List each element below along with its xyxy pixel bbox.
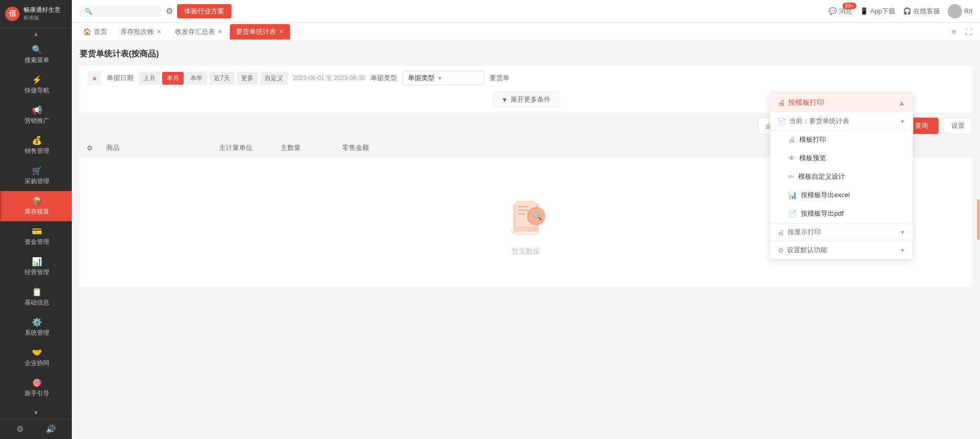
expand-icon: ▼ xyxy=(501,96,508,104)
doc-type-placeholder: 单据类型 xyxy=(408,73,435,83)
col-product: 商品 xyxy=(100,143,213,152)
dropdown-title: 按模板打印 xyxy=(788,98,824,107)
app-download-btn[interactable]: 📱 App下载 xyxy=(860,7,895,16)
filter-expand-icon[interactable]: » xyxy=(87,71,102,85)
date-filter-label: 单据日期 xyxy=(107,73,133,83)
dropdown-set-default[interactable]: ⚙ 设置默认功能 ▼ xyxy=(770,241,913,259)
sidebar-item-system[interactable]: ⚙️ 系统管理 xyxy=(0,312,72,342)
sidebar-item-label: 采购管理 xyxy=(25,177,49,186)
tab-receipt-summary-close[interactable]: ✕ xyxy=(218,28,223,35)
messages-badge: 99+ xyxy=(842,3,856,9)
sidebar-item-guide[interactable]: 🎯 新手引导 xyxy=(0,373,72,403)
dropdown-export-excel[interactable]: 📊 按模板导出excel xyxy=(770,186,913,204)
sidebar-logo: 佰 畅康通好生意 标准版 xyxy=(0,0,72,28)
svg-rect-8 xyxy=(518,213,526,215)
sidebar-item-finance[interactable]: 💳 资金管理 xyxy=(0,221,72,252)
tab-receipt-summary[interactable]: 收发存汇总表 ✕ xyxy=(169,24,229,40)
col-qty: 主数量 xyxy=(275,143,336,152)
date-btn-custom[interactable]: 自定义 xyxy=(260,72,288,85)
template-design-icon: ✏ xyxy=(788,173,794,181)
service-icon: 🎧 xyxy=(903,7,911,15)
tab-order-stats[interactable]: 要货单统计表 ✕ xyxy=(230,24,290,40)
settings-bottom-icon[interactable]: ⚙ xyxy=(16,424,24,434)
export-pdf-label: 按模板导出pdf xyxy=(801,209,844,218)
tab-home-label: 首页 xyxy=(94,27,107,36)
logo-icon: 佰 xyxy=(5,7,19,21)
set-default-label: 设置默认功能 xyxy=(787,245,827,255)
marketing-icon: 📢 xyxy=(32,105,42,115)
dropdown-header[interactable]: 🖨 按模板打印 ▲ xyxy=(770,93,913,112)
sidebar-item-label: 营销推广 xyxy=(25,117,49,125)
dropdown-display-print[interactable]: 🖨 按显示打印 ▼ xyxy=(770,223,913,241)
vertical-scrollbar[interactable] xyxy=(977,199,980,240)
date-btn-last-month[interactable]: 上月 xyxy=(139,72,160,85)
online-service-btn[interactable]: 🎧 在线客服 xyxy=(903,7,940,16)
dropdown-export-pdf[interactable]: 📄 按模板导出pdf xyxy=(770,204,913,223)
tab-inventory-batch-close[interactable]: ✕ xyxy=(156,28,162,35)
scroll-up-arrow[interactable]: ▲ xyxy=(0,28,72,40)
export-excel-label: 按模板导出excel xyxy=(801,190,850,200)
sidebar-item-collab[interactable]: 🤝 企业协同 xyxy=(0,342,72,373)
export-excel-icon: 📊 xyxy=(788,191,797,199)
audio-bottom-icon[interactable]: 🔊 xyxy=(46,424,56,434)
page-content: 要货单统计表(按商品) » 单据日期 上月 本月 本年 近7天 更多 自定义 2… xyxy=(72,41,980,439)
sidebar-item-apps[interactable]: 📱 应用中心 xyxy=(0,403,72,407)
sidebar-item-sales[interactable]: 💰 销售管理 xyxy=(0,130,72,161)
dropdown-template-preview[interactable]: 👁 模板预览 xyxy=(770,149,913,167)
settings-btn[interactable]: 设置 xyxy=(944,118,972,134)
tab-order-stats-close[interactable]: ✕ xyxy=(279,28,284,35)
app-version: 标准版 xyxy=(24,14,61,22)
sidebar-item-marketing[interactable]: 📢 营销推广 xyxy=(0,100,72,130)
sidebar-item-purchase[interactable]: 🛒 采购管理 xyxy=(0,161,72,191)
sidebar-item-label: 销售管理 xyxy=(25,147,49,156)
inventory-icon: 📦 xyxy=(32,196,42,206)
dropdown-current-section[interactable]: 📄 当前：要货单统计表 ▼ xyxy=(770,112,913,130)
sidebar-item-label: 搜索菜单 xyxy=(25,56,49,65)
scroll-down-arrow[interactable]: ▼ xyxy=(0,407,72,418)
tab-home[interactable]: 🏠 首页 xyxy=(77,24,113,40)
date-btn-last-7-days[interactable]: 近7天 xyxy=(209,72,234,85)
display-print-icon: 🖨 xyxy=(778,228,785,236)
date-btns: 上月 本月 本年 近7天 更多 自定义 xyxy=(139,72,288,85)
sidebar-item-search[interactable]: 🔍 搜索菜单 xyxy=(0,40,72,70)
sidebar-item-label: 新手引导 xyxy=(25,389,49,398)
tab-inventory-batch[interactable]: 库存批次账 ✕ xyxy=(114,24,168,40)
doc-type-select[interactable]: 单据类型 ▼ xyxy=(402,71,484,85)
dropdown-template-print[interactable]: 🖨 模板打印 xyxy=(770,130,913,149)
date-btn-more[interactable]: 更多 xyxy=(237,72,258,85)
purchase-icon: 🛒 xyxy=(32,166,42,176)
tab-close-all-btn[interactable]: ✕ xyxy=(948,26,960,38)
sidebar-item-operation[interactable]: 📊 经营管理 xyxy=(0,252,72,282)
topbar-gear-icon[interactable]: ⚙ xyxy=(166,6,173,16)
messages-btn[interactable]: 💬 消息 99+ xyxy=(829,7,852,16)
guide-icon: 🎯 xyxy=(32,378,42,388)
topbar-search[interactable]: 🔍 xyxy=(80,6,162,17)
industry-btn[interactable]: 体验行业方案 xyxy=(177,4,231,18)
doc-type-arrow-icon: ▼ xyxy=(437,75,442,81)
main-area: 🔍 ⚙ 体验行业方案 💬 消息 99+ 📱 App下载 🎧 在线客服 R xyxy=(72,0,980,439)
tab-expand-btn[interactable]: ⛶ xyxy=(963,26,975,38)
topbar-right: 💬 消息 99+ 📱 App下载 🎧 在线客服 Rit xyxy=(829,4,972,18)
col-settings-icon: ⚙ xyxy=(87,144,93,152)
username-label: Rit xyxy=(964,7,972,15)
sales-icon: 💰 xyxy=(32,136,42,145)
date-btn-this-month[interactable]: 本月 xyxy=(162,72,184,85)
filter-row: » 单据日期 上月 本月 本年 近7天 更多 自定义 2023-06-01 至 … xyxy=(87,71,965,85)
user-avatar xyxy=(948,4,962,18)
app-icon: 📱 xyxy=(860,7,868,15)
sidebar-item-label: 系统管理 xyxy=(25,329,49,337)
date-btn-this-year[interactable]: 本年 xyxy=(186,72,207,85)
app-download-label: App下载 xyxy=(870,7,895,16)
empty-illustration: 🔍 xyxy=(500,188,552,239)
dropdown-template-design[interactable]: ✏ 模板自定义设计 xyxy=(770,167,913,186)
sidebar-item-basic[interactable]: 📋 基础信息 xyxy=(0,282,72,312)
template-print-icon: 🖨 xyxy=(788,136,795,144)
sidebar-item-inventory[interactable]: 📦 库存核算 xyxy=(0,191,72,221)
expand-more-btn[interactable]: ▼ 展开更多条件 xyxy=(493,92,559,107)
basic-icon: 📋 xyxy=(32,287,42,297)
col-settings[interactable]: ⚙ xyxy=(80,144,100,152)
date-range-display: 2023-06-01 至 2023-06-30 xyxy=(293,74,365,83)
avatar-area[interactable]: Rit xyxy=(948,4,972,18)
messages-icon: 💬 xyxy=(829,7,837,15)
sidebar-item-quick[interactable]: ⚡ 快捷导航 xyxy=(0,70,72,100)
